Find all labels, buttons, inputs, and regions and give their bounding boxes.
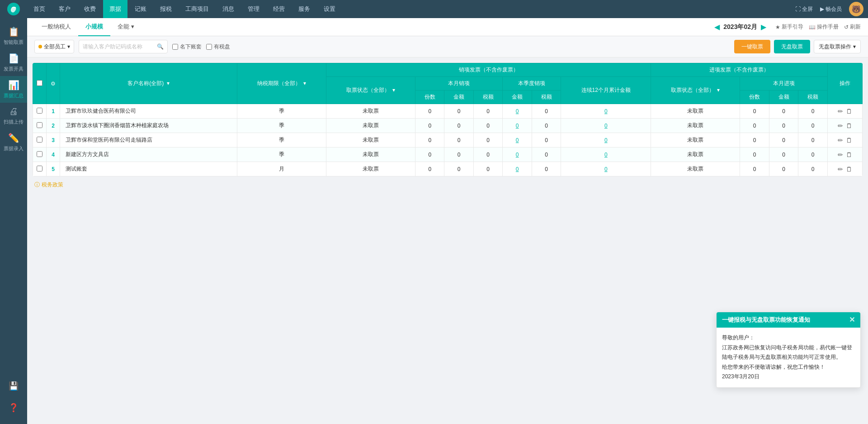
sidebar-item-invoice-summary[interactable]: 📊 票据汇总 (0, 76, 27, 103)
employee-filter-dropdown-icon: ▾ (67, 43, 70, 50)
toolbar-right-buttons: 一键取票 无盘取票 无盘取票操作 ▾ (734, 40, 861, 53)
row-fetch-status-sales: 未取票 (326, 148, 415, 162)
row-client-name: 测试账套 (60, 162, 237, 176)
tax-policy-link[interactable]: 税务政策 (42, 181, 63, 189)
row-actions: ✏ 🗒 (827, 119, 862, 133)
row-tax-month-sales: 0 (473, 104, 502, 119)
tab-all[interactable]: 全能 ▾ (110, 18, 142, 36)
tax-policy-icon: ⓘ (34, 181, 40, 189)
notification-title: 一键报税与无盘取票功能恢复通知 (722, 316, 810, 324)
row-client-name: 卫辉市保和堂医药有限公司走辐路店 (60, 133, 237, 148)
row-checkbox[interactable] (37, 108, 42, 114)
client-name-filter-icon[interactable]: ▾ (167, 80, 170, 86)
new-guide-button[interactable]: ★ 新手引导 (775, 23, 803, 31)
nav-home[interactable]: 首页 (27, 0, 52, 18)
tab-all-dropdown-icon: ▾ (131, 23, 134, 30)
select-all-checkbox[interactable] (37, 80, 42, 86)
row-amount-month-sales: 0 (444, 104, 473, 119)
fetch-status-sales-filter-icon[interactable]: ▾ (392, 87, 395, 93)
view-icon[interactable]: 🗒 (846, 122, 852, 129)
row-checkbox[interactable] (37, 166, 42, 172)
tab-general-taxpayer[interactable]: 一般纳税人 (34, 18, 78, 36)
table-row: 4 新建区方方文具店 季 未取票 0 0 0 0 0 0 未取票 0 0 0 ✏… (33, 148, 863, 162)
tax-period-filter-icon[interactable]: ▾ (303, 80, 306, 86)
row-tax-month-purchase: 0 (798, 148, 827, 162)
vip-button[interactable]: ▶ 畅会员 (820, 5, 842, 13)
edit-icon[interactable]: ✏ (838, 108, 843, 115)
nav-services[interactable]: 服务 (292, 0, 316, 18)
search-icon[interactable]: 🔍 (157, 43, 164, 50)
fullscreen-button[interactable]: ⛶ 全屏 (795, 5, 813, 13)
nav-settings[interactable]: 设置 (317, 0, 342, 18)
sidebar-item-scan-upload[interactable]: 🖨 扫描上传 (0, 103, 27, 129)
sidebar-item-smart-fetch[interactable]: 📋 智能取票 (0, 23, 27, 49)
view-icon[interactable]: 🗒 (846, 151, 852, 158)
has-taxdisk-checkbox[interactable] (206, 44, 212, 50)
nav-messages[interactable]: 消息 (216, 0, 241, 18)
footer: ⓘ 税务政策 (27, 176, 868, 193)
th-tax-month-purchase: 税额 (798, 91, 827, 104)
row-tax-period: 季 (237, 133, 326, 148)
row-tax-month-sales: 0 (473, 162, 502, 176)
row-no: 5 (47, 162, 60, 176)
nav-management[interactable]: 管理 (241, 0, 266, 18)
nav-accounting[interactable]: 记账 (128, 0, 153, 18)
sub-account-filter[interactable]: 名下账套 (172, 43, 202, 51)
row-tax-period: 季 (237, 119, 326, 133)
row-fetch-status-sales: 未取票 (326, 133, 415, 148)
nav-tax[interactable]: 报税 (154, 0, 178, 18)
avatar[interactable]: 🐻 (849, 2, 863, 16)
row-fetch-status-purchase: 未取票 (651, 148, 740, 162)
nav-billing[interactable]: 收费 (78, 0, 102, 18)
fetch-status-purchase-filter-icon[interactable]: ▾ (717, 87, 720, 93)
nav-business[interactable]: 工商项目 (179, 0, 215, 18)
notification-close-button[interactable]: ✕ (849, 316, 855, 324)
row-checkbox[interactable] (37, 137, 42, 143)
no-disk-fetch-button[interactable]: 无盘取票 (774, 40, 810, 53)
sidebar-download-button[interactable]: 💾 (5, 377, 23, 395)
period-next-button[interactable]: ▶ (761, 23, 766, 31)
has-taxdisk-filter[interactable]: 有税盘 (206, 43, 230, 51)
row-tax-quarter-sales: 0 (532, 119, 561, 133)
invoice-table-container: ⚙ 客户名称(全部) ▾ 纳税期限（全部） ▾ 销项发票（不含作废票） 进项发票… (33, 63, 863, 176)
row-checkbox[interactable] (37, 151, 42, 157)
refresh-button[interactable]: ↺ 刷新 (844, 23, 861, 31)
nav-clients[interactable]: 客户 (52, 0, 77, 18)
row-checkbox[interactable] (37, 122, 42, 128)
sidebar-help-button[interactable]: ❓ (5, 399, 23, 417)
edit-icon[interactable]: ✏ (838, 137, 843, 144)
row-amount-quarter-sales: 0 (503, 148, 532, 162)
no-disk-ops-button[interactable]: 无盘取票操作 ▾ (814, 40, 861, 53)
toolbar: 全部员工 ▾ 🔍 名下账套 有税盘 一键取票 无盘取票 无盘取票操作 ▾ (27, 36, 868, 57)
sidebar-item-invoice-entry[interactable]: ✏️ 票据录入 (0, 129, 27, 156)
row-shares-month-sales: 0 (415, 148, 444, 162)
period-navigation: ◀ 2023年02月 ▶ (714, 23, 766, 31)
one-key-fetch-button[interactable]: 一键取票 (734, 40, 770, 53)
edit-icon[interactable]: ✏ (838, 166, 843, 173)
tab-small-scale[interactable]: 小规模 (78, 18, 110, 36)
no-disk-ops-dropdown-icon: ▾ (853, 43, 856, 50)
view-icon[interactable]: 🗒 (846, 108, 852, 115)
edit-icon[interactable]: ✏ (838, 122, 843, 129)
sub-account-checkbox[interactable] (172, 44, 178, 50)
search-input[interactable] (83, 43, 155, 50)
row-client-name: 卫辉市汲水镇下圈润香烟苗木种植家庭农场 (60, 119, 237, 133)
sidebar-item-invoice-issue[interactable]: 📄 发票开具 (0, 49, 27, 76)
view-icon[interactable]: 🗒 (846, 166, 852, 173)
nav-invoices[interactable]: 票据 (103, 0, 127, 18)
manual-button[interactable]: 📖 操作手册 (809, 23, 839, 31)
search-box: 🔍 (79, 40, 168, 53)
table-row: 1 卫辉市玖玖健合医药有限公司 季 未取票 0 0 0 0 0 0 未取票 0 … (33, 104, 863, 119)
row-actions: ✏ 🗒 (827, 133, 862, 148)
row-shares-month-purchase: 0 (740, 133, 769, 148)
employee-filter[interactable]: 全部员工 ▾ (34, 40, 74, 53)
row-client-name: 卫辉市玖玖健合医药有限公司 (60, 104, 237, 119)
edit-icon[interactable]: ✏ (838, 151, 843, 158)
period-prev-button[interactable]: ◀ (714, 23, 720, 31)
row-fetch-status-sales: 未取票 (326, 162, 415, 176)
scan-upload-icon: 🖨 (9, 106, 18, 117)
top-navigation: 首页 客户 收费 票据 记账 报税 工商项目 消息 管理 经营 服务 设置 ⛶ … (0, 0, 868, 18)
nav-operations[interactable]: 经营 (267, 0, 291, 18)
row-tax-month-purchase: 0 (798, 104, 827, 119)
view-icon[interactable]: 🗒 (846, 137, 852, 144)
